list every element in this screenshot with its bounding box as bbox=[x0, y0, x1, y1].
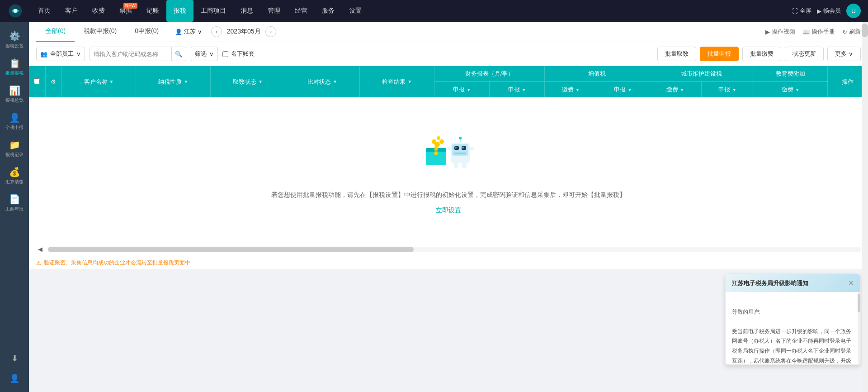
sort-icon: ▼ bbox=[467, 87, 471, 92]
province-chevron-icon: ∨ bbox=[198, 29, 202, 35]
data-table: ⚙ 客户名称 ▼ 纳税性质 ▼ bbox=[29, 66, 868, 242]
th-fetch-status[interactable]: 取数状态 ▼ bbox=[211, 66, 285, 97]
notification-title: 江苏电子税务局升级影响通知 bbox=[732, 279, 808, 287]
th-customer-name[interactable]: 客户名称 ▼ bbox=[61, 66, 136, 97]
sidebar-item-tax-settings[interactable]: ⚙️ 报税设置 bbox=[0, 26, 29, 53]
month-navigation: ‹ 2023年05月 › bbox=[211, 26, 276, 37]
province-selector[interactable]: 👤 江苏 ∨ bbox=[175, 28, 202, 36]
th-financial-declare[interactable]: 申报 ▼ bbox=[434, 82, 490, 98]
app-logo[interactable] bbox=[5, 0, 26, 22]
notif-scrollbar[interactable] bbox=[858, 292, 860, 364]
th-settings[interactable]: ⚙ bbox=[45, 66, 61, 97]
sidebar-item-tax-record[interactable]: 📁 报税记录 bbox=[0, 135, 29, 162]
book-icon: 📖 bbox=[802, 29, 810, 35]
sidebar-item-label: 个税申报 bbox=[5, 125, 24, 130]
svg-point-17 bbox=[459, 137, 462, 139]
sidebar-user-btn[interactable]: 👤 bbox=[5, 369, 24, 387]
settlement-icon: 💰 bbox=[9, 167, 20, 177]
th-edu-pay[interactable]: 缴费 ▼ bbox=[754, 82, 827, 98]
data-table-wrap: ⚙ 客户名称 ▼ 纳税性质 ▼ bbox=[29, 66, 868, 242]
sidebar-download-btn[interactable]: ⬇ bbox=[5, 349, 24, 368]
tab-tax-declare[interactable]: 税款申报(0) bbox=[75, 22, 126, 42]
filter-bar-right: 批量取数 批量申报 批量缴费 状态更新 更多 ∨ bbox=[657, 47, 861, 61]
status-update-btn[interactable]: 状态更新 bbox=[785, 47, 824, 61]
search-button[interactable]: 🔍 bbox=[171, 47, 186, 61]
nav-item-service[interactable]: 服务 bbox=[315, 0, 342, 22]
province-text: 江苏 bbox=[184, 28, 196, 36]
filter-btn[interactable]: 筛选 ∨ bbox=[191, 47, 218, 61]
setup-link[interactable]: 立即设置 bbox=[436, 206, 461, 214]
tax-overview-icon: 📊 bbox=[9, 85, 20, 96]
nav-item-message[interactable]: 消息 bbox=[233, 0, 260, 22]
sort-icon: ▼ bbox=[258, 79, 263, 84]
sidebar-item-annual-report[interactable]: 📄 工商年报 bbox=[0, 189, 29, 216]
tab-zero-declare[interactable]: 0申报(0) bbox=[126, 22, 168, 42]
fullscreen-icon: ⛶ bbox=[792, 8, 798, 14]
th-edu-declare[interactable]: 申报 ▼ bbox=[701, 82, 754, 98]
operation-manual-btn[interactable]: 📖 操作手册 bbox=[802, 28, 835, 36]
svg-rect-18 bbox=[446, 147, 452, 150]
sidebar-item-label: 工商年报 bbox=[5, 206, 24, 212]
user-avatar[interactable]: U bbox=[846, 4, 861, 18]
select-all-checkbox[interactable] bbox=[34, 78, 40, 84]
sidebar-item-batch-tax[interactable]: 📋 批量报税 bbox=[0, 53, 29, 81]
employee-filter[interactable]: 👥 全部员工 ∨ bbox=[36, 47, 85, 61]
nav-item-home[interactable]: 首页 bbox=[31, 0, 58, 22]
th-city-declare[interactable]: 申报 ▼ bbox=[597, 82, 649, 98]
batch-fetch-btn[interactable]: 批量取数 bbox=[657, 47, 696, 61]
sidebar-item-settlement[interactable]: 💰 汇算清缴 bbox=[0, 162, 29, 189]
account-checkbox-label[interactable]: 名下账套 bbox=[222, 50, 255, 58]
th-vat-pay[interactable]: 缴费 ▼ bbox=[545, 82, 597, 98]
th-tax-nature[interactable]: 纳税性质 ▼ bbox=[136, 66, 211, 97]
notification-close-btn[interactable]: ✕ bbox=[848, 279, 854, 287]
notif-scroll-thumb bbox=[858, 294, 860, 312]
robot-illustration bbox=[421, 124, 476, 179]
scroll-left-btn[interactable]: ◀ bbox=[36, 246, 44, 253]
more-btn[interactable]: 更多 ∨ bbox=[827, 47, 861, 61]
notification-body[interactable]: 尊敬的用户: 受当前电子税务局进一步升级的影响，同一个政务网账号（办税人）名下的… bbox=[726, 292, 860, 364]
employee-chevron-icon: ∨ bbox=[76, 51, 81, 57]
nav-item-customer[interactable]: 客户 bbox=[58, 0, 85, 22]
horizontal-scrollbar[interactable] bbox=[48, 247, 861, 252]
nav-item-invoice[interactable]: 票据 NEW bbox=[112, 0, 139, 22]
th-city-pay[interactable]: 缴费 ▼ bbox=[649, 82, 702, 98]
batch-pay-btn[interactable]: 批量缴费 bbox=[742, 47, 781, 61]
th-check-result[interactable]: 检查结果 ▼ bbox=[360, 66, 434, 97]
annual-report-icon: 📄 bbox=[9, 194, 20, 205]
sidebar-item-personal-tax[interactable]: 👤 个税申报 bbox=[0, 108, 29, 135]
sidebar: ⚙️ 报税设置 📋 批量报税 📊 报税总览 👤 个税申报 📁 报税记录 💰 汇算… bbox=[0, 22, 29, 392]
nav-item-tax[interactable]: 报税 bbox=[166, 0, 193, 22]
search-input[interactable] bbox=[90, 49, 171, 59]
tax-settings-icon: ⚙️ bbox=[9, 31, 20, 42]
refresh-btn[interactable]: ↻ 刷新 bbox=[842, 28, 861, 36]
nav-item-settings[interactable]: 设置 bbox=[342, 0, 369, 22]
svg-point-8 bbox=[432, 139, 436, 144]
sidebar-item-label: 批量报税 bbox=[5, 71, 24, 76]
nav-item-operation[interactable]: 经营 bbox=[288, 0, 315, 22]
page-scrollbar[interactable] bbox=[862, 22, 868, 392]
notification-text: 尊敬的用户: 受当前电子税务局进一步升级的影响，同一个政务网账号（办税人）名下的… bbox=[732, 309, 851, 364]
nav-item-manage[interactable]: 管理 bbox=[260, 0, 288, 22]
nav-item-accounting[interactable]: 记账 bbox=[139, 0, 166, 22]
sidebar-item-label: 报税设置 bbox=[5, 43, 24, 49]
th-compare-status[interactable]: 比对状态 ▼ bbox=[285, 66, 360, 97]
sort-icon: ▼ bbox=[109, 79, 114, 84]
fullscreen-btn[interactable]: ⛶ 全屏 bbox=[792, 7, 811, 15]
svg-point-9 bbox=[437, 136, 440, 140]
sidebar-item-tax-overview[interactable]: 📊 报税总览 bbox=[0, 81, 29, 108]
nav-item-fee[interactable]: 收费 bbox=[85, 0, 112, 22]
svg-point-14 bbox=[455, 147, 457, 148]
search-wrap: 🔍 bbox=[90, 47, 186, 61]
member-btn[interactable]: ▶ 畅会员 bbox=[817, 7, 841, 15]
batch-declare-btn[interactable]: 批量申报 bbox=[700, 47, 739, 61]
nav-item-business[interactable]: 工商项目 bbox=[193, 0, 233, 22]
svg-point-1 bbox=[14, 9, 17, 13]
empty-state: 若您想使用批量报税功能，请先在【报税设置】中进行报税的初始化设置，完成密码验证和… bbox=[29, 97, 868, 242]
month-next-btn[interactable]: › bbox=[265, 26, 276, 37]
operation-video-btn[interactable]: ▶ 操作视频 bbox=[765, 28, 795, 36]
month-prev-btn[interactable]: ‹ bbox=[211, 26, 222, 37]
filter-bar: 👥 全部员工 ∨ 🔍 筛选 ∨ 名下账套 批量取数 批量申报 批量缴费 状态更新… bbox=[29, 42, 868, 66]
account-checkbox[interactable] bbox=[222, 51, 228, 57]
th-vat-declare[interactable]: 申报 ▼ bbox=[490, 82, 545, 98]
tab-all[interactable]: 全部(0) bbox=[36, 22, 75, 42]
